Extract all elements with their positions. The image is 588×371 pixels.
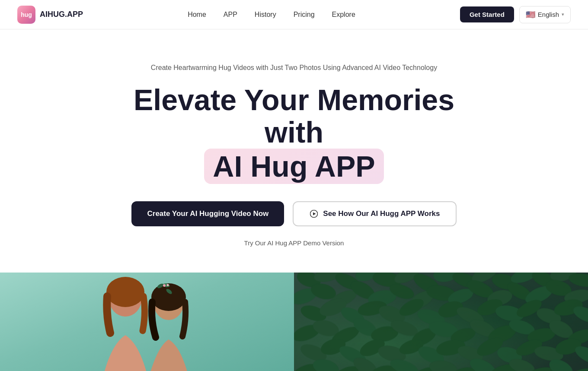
navbar: hug AIHUG.APP Home APP History Pricing E… [0,0,588,29]
hero-image-left [0,273,294,371]
play-icon [309,209,319,219]
flag-icon: 🇺🇸 [526,10,535,19]
language-label: English [538,11,559,18]
hero-subtitle: Create Heartwarming Hug Videos with Just… [108,64,480,72]
svg-point-3 [106,277,144,307]
demo-link[interactable]: Try Our AI Hug APP Demo Version [108,239,480,247]
brand-name: AIHUG.APP [40,10,83,19]
hero-image-right [294,273,588,371]
nav-right: Get Started 🇺🇸 English ▾ [460,6,571,23]
logo-icon: hug [17,6,35,24]
nav-item-history[interactable]: History [255,11,276,19]
logo[interactable]: hug AIHUG.APP [17,6,83,24]
language-selector[interactable]: 🇺🇸 English ▾ [519,6,571,23]
nav-item-pricing[interactable]: Pricing [294,11,315,19]
svg-marker-1 [313,212,316,216]
watch-video-label: See How Our AI Hugg APP Works [323,209,440,218]
watch-video-button[interactable]: See How Our AI Hugg APP Works [293,201,456,226]
nav-item-explore[interactable]: Explore [332,11,355,19]
chevron-down-icon: ▾ [562,12,564,17]
create-video-button[interactable]: Create Your AI Hugging Video Now [131,201,284,226]
svg-point-9 [163,284,166,287]
get-started-button[interactable]: Get Started [460,6,514,22]
nav-links: Home APP History Pricing Explore [188,11,355,19]
nav-item-app[interactable]: APP [224,11,237,19]
hero-title-line1: Elevate Your Memories with [134,83,454,149]
hero-title: Elevate Your Memories with AI Hug APP [108,84,480,184]
hero-title-line2: AI Hug APP [204,149,383,184]
svg-point-5 [151,283,186,311]
hero-section: Create Heartwarming Hug Videos with Just… [99,29,489,273]
svg-point-10 [167,284,169,286]
hero-image-section [0,273,588,371]
hero-buttons: Create Your AI Hugging Video Now See How… [108,201,480,226]
nav-item-home[interactable]: Home [188,11,206,19]
